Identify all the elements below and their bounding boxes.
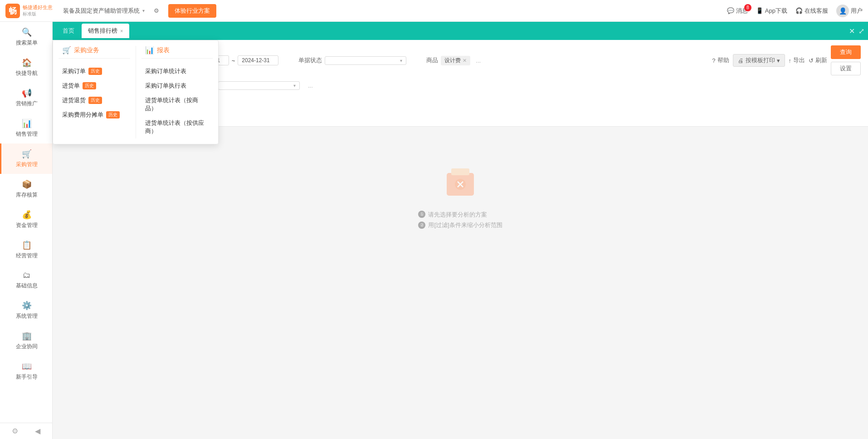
sidebar-item-operation[interactable]: 📋 经营管理	[0, 235, 52, 265]
sidebar-label-search: 搜索菜单	[16, 39, 38, 47]
message-icon: 💬	[727, 7, 734, 14]
sidebar-item-enterprise[interactable]: 🏢 企业协同	[0, 326, 52, 356]
query-button[interactable]: 查询	[831, 45, 861, 59]
sidebar-item-inventory[interactable]: 📦 库存核算	[0, 174, 52, 204]
message-button[interactable]: 💬 消息 8	[727, 7, 748, 15]
tab-bar-right: ✕ ⤢	[849, 27, 864, 35]
tab-label-sales_rank: 销售排行榜	[88, 27, 117, 35]
menu-item-label: 采购订单	[62, 67, 86, 75]
report-item-采购订单执行表[interactable]: 采购订单执行表	[141, 79, 213, 93]
report-title-icon: 📊	[145, 46, 154, 54]
purchase-item-采购费用分摊单[interactable]: 采购费用分摊单历史	[59, 108, 130, 122]
menu-item-label: 采购费用分摊单	[62, 111, 103, 119]
print-label: 按模板打印	[746, 56, 775, 64]
sidebar-label-inventory: 库存核算	[16, 191, 38, 199]
sidebar-label-quicknav: 快捷导航	[16, 69, 38, 77]
tab-bar: 首页销售排行榜× ✕ ⤢	[53, 22, 868, 40]
app-download-button[interactable]: 📱 App下载	[756, 7, 787, 15]
purchase-item-进货单[interactable]: 进货单历史	[59, 79, 130, 93]
empty-state: ① 请先选择要分析的方案 ② 用[过滤]条件来缩小分析范围	[53, 127, 868, 263]
menu-item-label: 采购订单统计表	[145, 67, 186, 75]
system-title[interactable]: 装备及固定资产辅助管理系统 ▾	[63, 7, 145, 15]
hist-badge: 历史	[106, 111, 120, 118]
salesman-select[interactable]: ▾	[218, 81, 300, 90]
sidebar-label-finance: 资金管理	[16, 222, 38, 229]
sidebar-item-quicknav[interactable]: 🏠 快捷导航	[0, 52, 52, 83]
gear-button[interactable]: ⚙	[150, 5, 163, 17]
step-num-2: ②	[418, 222, 425, 229]
logo-sub: 标准版	[23, 11, 53, 17]
report-title-text: 报表	[157, 46, 170, 54]
help-button[interactable]: ? 帮助	[712, 56, 729, 64]
sidebar-icon-basic: 🗂	[23, 271, 31, 280]
date-to-input[interactable]: 2024-12-31	[238, 55, 278, 65]
product-more-dots[interactable]: ...	[473, 56, 483, 65]
product-tag-remove[interactable]: ✕	[463, 58, 467, 64]
empty-step-2: ② 用[过滤]条件来缩小分析范围	[418, 220, 502, 230]
expand-icon[interactable]: ⤢	[858, 27, 864, 35]
empty-step2-text: 用[过滤]条件来缩小分析范围	[428, 220, 502, 230]
sidebar-item-sales[interactable]: 📊 销售管理	[0, 113, 52, 143]
purchase-item-采购订单[interactable]: 采购订单历史	[59, 64, 130, 79]
logo-area: 畅 畅捷通好生意 标准版	[5, 4, 58, 18]
purchase-report-col: 📊 报表 采购订单统计表采购订单执行表进货单统计表（按商品）进货单统计表（按供应…	[136, 46, 219, 138]
report-item-进货单统计表（按商品）[interactable]: 进货单统计表（按商品）	[141, 93, 213, 116]
tab-home[interactable]: 首页	[56, 24, 81, 38]
menu-item-label: 进货单	[62, 82, 80, 90]
salesman-dots[interactable]: ...	[305, 81, 316, 90]
tab-sales_rank[interactable]: 销售排行榜×	[82, 24, 129, 38]
product-label: 商品	[426, 56, 438, 64]
sidebar-item-system[interactable]: ⚙️ 系统管理	[0, 295, 52, 326]
sidebar-icon-purchase: 🛒	[22, 149, 32, 159]
menu-item-label: 进货退货	[62, 96, 86, 104]
tab-label-home: 首页	[63, 27, 74, 35]
sidebar: 🔍 搜索菜单🏠 快捷导航📢 营销推广📊 销售管理🛒 采购管理📦 库存核算💰 资金…	[0, 22, 53, 439]
menu-item-label: 采购订单执行表	[145, 82, 186, 90]
empty-step1-text: 请先选择要分析的方案	[428, 209, 487, 220]
sidebar-label-enterprise: 企业协同	[16, 343, 38, 350]
sidebar-label-system: 系统管理	[16, 312, 38, 320]
tab-close-sales_rank[interactable]: ×	[120, 28, 123, 34]
system-title-text: 装备及固定资产辅助管理系统	[63, 7, 140, 15]
sidebar-icon-guide: 📖	[22, 361, 32, 371]
refresh-button[interactable]: ↺ 刷新	[809, 56, 827, 64]
sidebar-item-finance[interactable]: 💰 资金管理	[0, 204, 52, 235]
settings-button[interactable]: 设置	[831, 62, 861, 75]
close-tab-icon[interactable]: ✕	[849, 27, 855, 35]
date-separator: ~	[232, 57, 235, 64]
online-service-button[interactable]: 🎧 在线客服	[795, 7, 828, 15]
collapse-sidebar-icon[interactable]: ◀	[35, 427, 40, 435]
sidebar-item-guide[interactable]: 📖 新手引导	[0, 356, 52, 386]
settings-bottom-icon[interactable]: ⚙	[12, 427, 18, 435]
user-button[interactable]: 👤 用户	[836, 5, 863, 17]
purchase-business-title: 🛒 采购业务	[59, 46, 130, 59]
sidebar-icon-quicknav: 🏠	[22, 58, 32, 68]
menu-item-label: 进货单统计表（按商品）	[145, 96, 210, 113]
report-item-采购订单统计表[interactable]: 采购订单统计表	[141, 64, 213, 79]
doc-status-arrow: ▾	[400, 58, 402, 63]
sidebar-item-basic[interactable]: 🗂 基础信息	[0, 265, 52, 295]
step-num-1: ①	[418, 211, 425, 218]
purchase-item-进货退货[interactable]: 进货退货历史	[59, 93, 130, 108]
refresh-label: 刷新	[815, 56, 827, 64]
product-tag: 设计费 ✕	[441, 56, 470, 65]
system-dropdown-icon: ▾	[142, 8, 145, 13]
print-arrow: ▾	[777, 57, 780, 64]
doc-status-select[interactable]: ▾	[325, 56, 406, 65]
sidebar-item-purchase[interactable]: 🛒 采购管理	[0, 143, 52, 174]
report-item-进货单统计表（按供应商）[interactable]: 进货单统计表（按供应商）	[141, 116, 213, 138]
empty-text: ① 请先选择要分析的方案 ② 用[过滤]条件来缩小分析范围	[418, 209, 502, 231]
toolbar-right: ? 帮助 🖨 按模板打印 ▾ ↑ 导出 ↺	[712, 45, 861, 75]
sidebar-label-purchase: 采购管理	[16, 161, 38, 168]
phone-icon: 📱	[756, 7, 763, 14]
sidebar-icon-inventory: 📦	[22, 179, 32, 189]
print-button[interactable]: 🖨 按模板打印 ▾	[733, 54, 785, 67]
empty-step-1: ① 请先选择要分析的方案	[418, 209, 502, 220]
headset-icon: 🎧	[795, 7, 803, 14]
sidebar-item-marketing[interactable]: 📢 营销推广	[0, 83, 52, 113]
export-button[interactable]: ↑ 导出	[789, 56, 805, 64]
date-to-value: 2024-12-31	[242, 57, 269, 64]
sidebar-item-search[interactable]: 🔍 搜索菜单	[0, 22, 52, 52]
industry-button[interactable]: 体验行业方案	[168, 4, 216, 18]
sidebar-icon-search: 🔍	[22, 27, 32, 37]
